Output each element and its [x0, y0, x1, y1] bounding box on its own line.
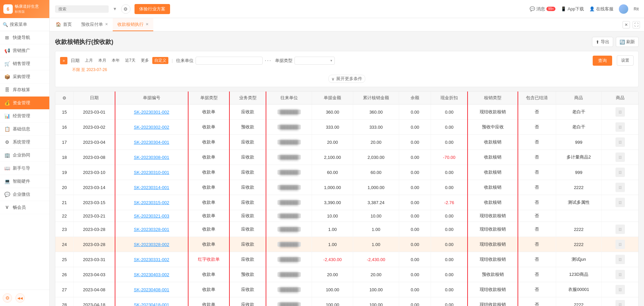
row-voucher-no[interactable]: SK-20230328-002: [115, 237, 189, 252]
table-row: 152023-03-01SK-20230301-002收款单应收款██████3…: [55, 105, 638, 120]
sidebar-item-enterprise[interactable]: 🏢 企业协同: [0, 149, 49, 162]
row-voucher-no[interactable]: SK-20230302-002: [115, 120, 189, 135]
row-product2: 🖼: [602, 297, 638, 306]
row-product1: 123D商品: [556, 267, 602, 282]
refresh-btn[interactable]: 🔄 刷新: [616, 37, 639, 47]
row-no: 16: [55, 120, 74, 135]
row-cash-discount: 0.00: [431, 222, 468, 237]
row-included: 否: [518, 150, 556, 165]
sidebar-item-capital[interactable]: 💰 资金管理: [0, 97, 49, 110]
filter-expand-btn[interactable]: »: [60, 57, 67, 64]
tab-close-btn[interactable]: ✕: [623, 21, 630, 28]
row-voucher-no[interactable]: SK-20230321-003: [115, 210, 189, 222]
tab-collection-close[interactable]: ✕: [146, 22, 149, 26]
filter-settings-btn[interactable]: 设置: [617, 55, 634, 66]
topbar-gear-btn[interactable]: ⚙: [121, 4, 130, 14]
row-voucher-no[interactable]: SK-20230301-002: [115, 105, 189, 120]
filter-date-range: 不限 至 2023-07-26: [72, 67, 107, 72]
sidebar-item-purchase[interactable]: 📦 采购管理: [0, 70, 49, 83]
row-amount: 100.00: [312, 297, 353, 306]
row-partner: ██████: [266, 282, 312, 297]
row-cash-discount: 0.00: [431, 267, 468, 282]
sidebar-item-quick-nav[interactable]: ⊞ 快捷导航: [0, 31, 49, 44]
row-date: 2023-03-08: [74, 150, 115, 165]
th-balance: 余额: [399, 91, 431, 105]
row-biz-type: 应收款: [229, 222, 266, 237]
sidebar-search[interactable]: 🔍 搜索菜单: [0, 18, 49, 31]
expand-more-btn[interactable]: ∨ 展开更多条件: [328, 75, 365, 83]
this-month-btn[interactable]: 本月: [96, 57, 108, 64]
this-year-btn[interactable]: 本年: [110, 57, 122, 64]
row-no: 24: [55, 237, 74, 252]
nav-search-input[interactable]: [55, 5, 109, 13]
row-included: 否: [518, 237, 556, 252]
table-row: 282023-04-18SK-20230418-001收款单应收款██████1…: [55, 297, 638, 306]
tab-collection[interactable]: 收款核销执行 ✕: [113, 18, 153, 31]
voucher-type-select[interactable]: [294, 57, 335, 65]
topbar-chevron-icon[interactable]: ▼: [113, 6, 117, 11]
operations-icon: 📊: [4, 113, 10, 119]
sidebar-item-sales[interactable]: 🛒 销售管理: [0, 57, 49, 70]
last-7days-btn[interactable]: 近7天: [123, 57, 138, 64]
sidebar-item-basic[interactable]: 📋 基础信息: [0, 123, 49, 136]
row-biz-type: 应收款: [229, 195, 266, 210]
row-voucher-no[interactable]: SK-20230328-001: [115, 222, 189, 237]
row-voucher-no[interactable]: SK-20230310-001: [115, 165, 189, 180]
row-voucher-no[interactable]: SK-20230315-002: [115, 195, 189, 210]
export-btn[interactable]: ⬆ 导出: [592, 37, 613, 47]
row-partner: ██████: [266, 135, 312, 150]
row-voucher-no[interactable]: SK-20230403-002: [115, 267, 189, 282]
row-amount: 1,000.00: [312, 180, 353, 195]
row-product2: 🖼: [602, 150, 638, 165]
row-partner: ██████: [266, 267, 312, 282]
partner-input[interactable]: [196, 57, 263, 65]
tab-expand-btn[interactable]: ⛶: [633, 21, 640, 28]
sidebar-item-member[interactable]: V 畅会员: [0, 201, 49, 214]
sidebar-item-system[interactable]: ⚙ 系统管理: [0, 136, 49, 149]
row-voucher-no[interactable]: SK-20230308-001: [115, 150, 189, 165]
app-download-btn[interactable]: 📱 App下载: [561, 6, 584, 12]
tab-prepayment-close[interactable]: ✕: [105, 22, 108, 26]
solution-btn[interactable]: 体验行业方案: [135, 4, 170, 14]
th-cancel-type: 核销类型: [468, 91, 518, 105]
custom-date-btn[interactable]: 自定义: [152, 57, 168, 64]
row-voucher-no[interactable]: SK-20230304-001: [115, 135, 189, 150]
row-product2: 🖼: [602, 180, 638, 195]
row-no: 15: [55, 105, 74, 120]
user-avatar[interactable]: [619, 4, 628, 14]
filter-dots[interactable]: ···: [265, 57, 272, 64]
row-voucher-type: 收款单: [188, 165, 229, 180]
row-voucher-no[interactable]: SK-20230418-001: [115, 297, 189, 306]
page-title: 收款核销执行(按收款): [55, 38, 113, 46]
sidebar-item-guide[interactable]: 📖 新手引导: [0, 162, 49, 175]
table-row: 222023-03-21SK-20230321-003收款单应收款██████1…: [55, 210, 638, 222]
row-voucher-no[interactable]: SK-20230331-002: [115, 252, 189, 267]
query-btn[interactable]: 查询: [593, 56, 612, 66]
table-row: 202023-03-14SK-20230314-001收款单应收款██████1…: [55, 180, 638, 195]
row-partner: ██████: [266, 120, 312, 135]
tab-prepayment[interactable]: 预收应付单 ✕: [76, 18, 113, 31]
sidebar-item-marketing[interactable]: 📢 营销推广: [0, 44, 49, 57]
more-date-btn[interactable]: 更多: [139, 57, 151, 64]
messages-btn[interactable]: 💬 消息 99+: [530, 6, 555, 12]
sidebar-item-inventory[interactable]: 🗄 库存核算: [0, 83, 49, 97]
settings-bottom-icon[interactable]: ⚙: [3, 293, 12, 303]
sidebar-item-operations[interactable]: 📊 经营管理: [0, 110, 49, 123]
wechat-icon: 💬: [4, 191, 10, 197]
row-product2: 🖼: [602, 282, 638, 297]
tab-home[interactable]: 🏠 首页: [51, 18, 76, 31]
collapse-icon[interactable]: ◀◀: [15, 293, 25, 303]
data-table: ⚙ 日期 单据编号 单据类型 业务类型 往来单位 单据金额 累计核销金额 余额 …: [55, 91, 638, 306]
table-row: 252023-03-31SK-20230331-002红字收款单应收款█████…: [55, 252, 638, 267]
row-date: 2023-03-31: [74, 252, 115, 267]
row-product2: 🖼: [602, 105, 638, 120]
sidebar-item-label: 新手引导: [13, 165, 30, 171]
sidebar-item-wechat[interactable]: 💬 企业微信: [0, 188, 49, 201]
last-month-btn[interactable]: 上月: [83, 57, 95, 64]
row-voucher-no[interactable]: SK-20230314-001: [115, 180, 189, 195]
th-settings[interactable]: ⚙: [55, 91, 74, 105]
row-voucher-type: 红字收款单: [188, 252, 229, 267]
row-voucher-no[interactable]: SK-20230408-001: [115, 282, 189, 297]
sidebar-item-hardware[interactable]: 💻 智能硬件: [0, 175, 49, 188]
online-service-btn[interactable]: 👤 在线客服: [589, 6, 613, 12]
